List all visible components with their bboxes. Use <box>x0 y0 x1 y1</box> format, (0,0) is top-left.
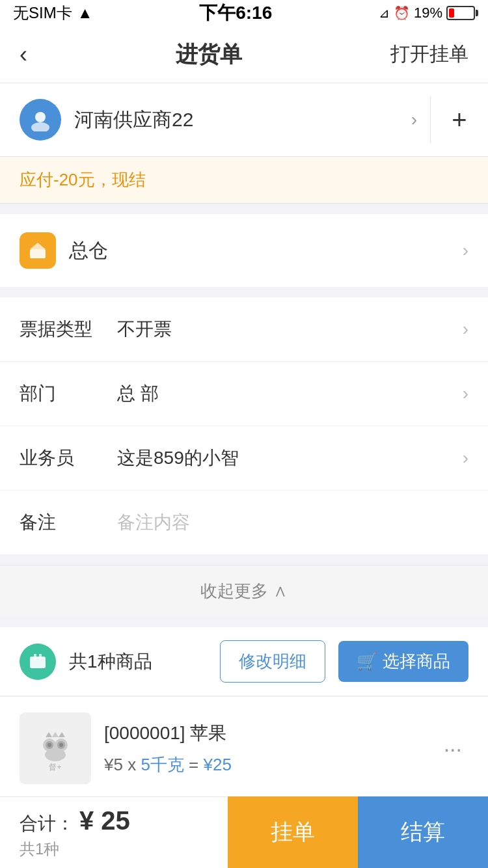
warehouse-icon <box>20 232 56 269</box>
product-code: [0000001] <box>104 723 185 743</box>
department-value: 总 部 <box>98 381 463 406</box>
warehouse-chevron-icon: › <box>463 240 468 261</box>
salesperson-value: 这是859的小智 <box>98 446 463 470</box>
edit-detail-button[interactable]: 修改明细 <box>220 640 325 683</box>
select-product-button[interactable]: 🛒 选择商品 <box>338 641 468 682</box>
carrier-text: 无SIM卡 <box>13 3 72 23</box>
svg-text:督+: 督+ <box>49 763 61 771</box>
supplier-section: 河南供应商22 › + 应付-20元，现结 <box>0 83 488 204</box>
hang-label: 挂单 <box>271 817 315 847</box>
total-amount: ¥ 25 <box>79 806 130 835</box>
salesperson-label: 业务员 <box>20 446 98 470</box>
invoice-chevron-icon: › <box>463 319 468 340</box>
bottom-bar: 合计： ¥ 25 共1种 挂单 结算 <box>0 796 488 868</box>
equals-sign: = <box>189 755 203 774</box>
select-product-label: 选择商品 <box>383 650 450 673</box>
svg-rect-4 <box>30 657 46 668</box>
invoice-row[interactable]: 票据类型 不开票 › <box>0 297 488 362</box>
settle-button[interactable]: 结算 <box>358 796 488 868</box>
products-header: 共1种商品 修改明细 🛒 选择商品 <box>0 627 488 696</box>
salesperson-row[interactable]: 业务员 这是859的小智 › <box>0 426 488 491</box>
supplier-avatar <box>20 99 61 141</box>
products-section: 共1种商品 修改明细 🛒 选择商品 <box>0 627 488 800</box>
product-title: 苹果 <box>190 723 226 743</box>
open-pending-button[interactable]: 打开挂单 <box>390 41 468 68</box>
back-button[interactable]: ‹ <box>20 41 27 68</box>
cart-icon: 🛒 <box>357 651 377 671</box>
product-info: [0000001] 苹果 ¥5 x 5千克 = ¥25 <box>104 721 437 776</box>
location-icon: ⊿ <box>379 5 390 21</box>
supplier-name: 河南供应商22 <box>74 107 411 133</box>
form-section: 票据类型 不开票 › 部门 总 部 › 业务员 这是859的小智 › 备注 备注… <box>0 297 488 554</box>
salesperson-chevron-icon: › <box>463 448 468 468</box>
more-button[interactable]: ··· <box>437 729 468 768</box>
invoice-value: 不开票 <box>98 317 463 342</box>
status-right: ⊿ ⏰ 19% <box>379 5 475 21</box>
svg-marker-16 <box>46 732 52 737</box>
battery-icon <box>446 6 475 20</box>
collapse-bar[interactable]: 收起更多 ∧ <box>0 565 488 617</box>
collapse-label: 收起更多 ∧ <box>200 581 287 601</box>
svg-rect-5 <box>34 654 36 659</box>
product-item: 督+ [0000001] 苹果 ¥5 x 5千克 = ¥25 ··· <box>0 696 488 800</box>
products-count: 共1种商品 <box>69 649 207 674</box>
supplier-chevron-icon: › <box>411 109 417 130</box>
warehouse-section: 总仓 › <box>0 214 488 287</box>
svg-point-1 <box>31 122 49 131</box>
department-chevron-icon: › <box>463 383 468 404</box>
settle-label: 结算 <box>401 817 445 847</box>
svg-rect-6 <box>39 654 42 659</box>
warehouse-row[interactable]: 总仓 › <box>0 214 488 287</box>
invoice-label: 票据类型 <box>20 317 98 342</box>
svg-point-13 <box>45 748 66 761</box>
notice-text: 应付-20元，现结 <box>20 170 146 189</box>
multiply-sign: x <box>128 755 141 774</box>
status-left: 无SIM卡 ▲ <box>13 3 92 23</box>
add-supplier-button[interactable]: + <box>431 83 488 156</box>
warehouse-name: 总仓 <box>69 237 463 264</box>
remark-label: 备注 <box>20 510 98 535</box>
supplier-row[interactable]: 河南供应商22 › <box>0 83 430 156</box>
remark-row[interactable]: 备注 备注内容 <box>0 491 488 554</box>
svg-point-12 <box>59 743 63 747</box>
alarm-icon: ⏰ <box>394 5 410 21</box>
svg-point-11 <box>47 743 51 747</box>
product-price: ¥5 x 5千克 = ¥25 <box>104 753 437 776</box>
unit-price: ¥5 <box>104 755 123 774</box>
product-thumbnail: 督+ <box>20 712 91 784</box>
wifi-icon: ▲ <box>77 4 93 22</box>
total-price: ¥25 <box>204 755 232 774</box>
bottom-summary: 合计： ¥ 25 共1种 <box>0 796 228 868</box>
svg-marker-15 <box>52 732 59 737</box>
time-display: 下午6:16 <box>199 1 272 25</box>
department-row[interactable]: 部门 总 部 › <box>0 362 488 426</box>
svg-rect-2 <box>30 249 46 258</box>
svg-point-0 <box>35 112 46 122</box>
nav-bar: ‹ 进货单 打开挂单 <box>0 26 488 83</box>
notice-bar: 应付-20元，现结 <box>0 157 488 204</box>
products-icon <box>20 644 56 680</box>
hang-button[interactable]: 挂单 <box>228 796 358 868</box>
status-bar: 无SIM卡 ▲ 下午6:16 ⊿ ⏰ 19% <box>0 0 488 26</box>
quantity: 5千克 <box>141 755 183 774</box>
department-label: 部门 <box>20 381 98 406</box>
page-title: 进货单 <box>176 40 242 70</box>
total-label: 合计： <box>20 811 74 836</box>
svg-marker-17 <box>59 732 65 737</box>
svg-marker-3 <box>30 243 46 249</box>
product-name: [0000001] 苹果 <box>104 721 437 746</box>
battery-text: 19% <box>414 5 442 21</box>
remark-placeholder: 备注内容 <box>98 510 468 535</box>
total-count: 共1种 <box>20 839 208 860</box>
